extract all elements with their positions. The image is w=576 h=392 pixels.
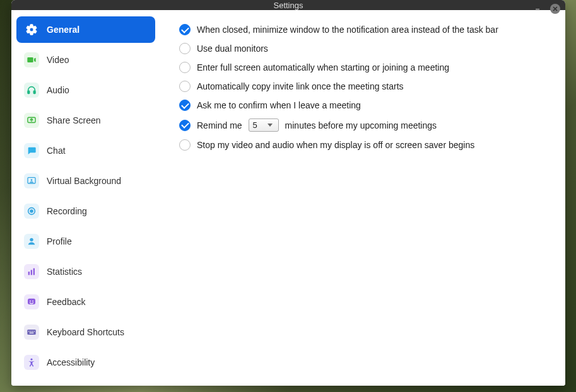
option-label: When closed, minimize window to the noti… bbox=[197, 25, 498, 35]
sidebar-item-share-screen[interactable]: Share Screen bbox=[16, 107, 155, 134]
close-button[interactable] bbox=[550, 4, 560, 14]
option-label: Ask me to confirm when I leave a meeting bbox=[197, 100, 361, 110]
sidebar-item-label: Recording bbox=[47, 206, 87, 216]
svg-rect-1 bbox=[33, 91, 35, 93]
accessibility-icon bbox=[24, 355, 39, 370]
sidebar-item-virtual-background[interactable]: Virtual Background bbox=[16, 168, 155, 194]
svg-point-6 bbox=[30, 210, 33, 212]
svg-rect-15 bbox=[28, 331, 29, 331]
sidebar-item-label: Share Screen bbox=[47, 115, 101, 125]
settings-content: When closed, minimize window to the noti… bbox=[160, 10, 565, 386]
option-confirm-leave: Ask me to confirm when I leave a meeting bbox=[179, 100, 546, 111]
option-minimize-to-tray: When closed, minimize window to the noti… bbox=[179, 24, 546, 35]
option-label: Automatically copy invite link once the … bbox=[197, 81, 404, 91]
svg-point-4 bbox=[31, 179, 33, 181]
sidebar-item-keyboard-shortcuts[interactable]: Keyboard Shortcuts bbox=[16, 319, 155, 345]
svg-point-7 bbox=[30, 238, 33, 241]
settings-window: Settings – General bbox=[11, 0, 565, 386]
sidebar-item-audio[interactable]: Audio bbox=[16, 77, 155, 103]
record-icon bbox=[24, 204, 39, 219]
svg-rect-17 bbox=[32, 331, 33, 331]
option-label-after: minutes before my upcoming meetings bbox=[285, 120, 437, 130]
sidebar-item-label: Video bbox=[47, 55, 69, 65]
gear-icon bbox=[24, 22, 39, 37]
svg-rect-14 bbox=[27, 330, 35, 335]
sidebar-item-label: Accessibility bbox=[47, 357, 95, 367]
svg-rect-18 bbox=[33, 331, 34, 331]
sidebar-item-video[interactable]: Video bbox=[16, 47, 155, 73]
virtual-background-icon bbox=[24, 173, 39, 188]
headphones-icon bbox=[24, 83, 39, 98]
video-icon bbox=[24, 52, 39, 67]
checkbox-remind[interactable] bbox=[179, 120, 191, 131]
sidebar-item-label: Chat bbox=[47, 146, 66, 156]
svg-rect-9 bbox=[31, 270, 32, 275]
share-screen-icon bbox=[24, 113, 39, 128]
statistics-icon bbox=[24, 264, 39, 279]
sidebar-item-chat[interactable]: Chat bbox=[16, 137, 155, 164]
sidebar-item-label: Audio bbox=[47, 85, 69, 95]
sidebar-item-general[interactable]: General bbox=[16, 16, 155, 43]
svg-rect-16 bbox=[30, 331, 31, 331]
chevron-down-icon bbox=[267, 124, 273, 127]
titlebar[interactable]: Settings – bbox=[11, 0, 565, 10]
option-remind: Remind me 5 minutes before my upcoming m… bbox=[179, 118, 546, 132]
checkbox-confirm-leave[interactable] bbox=[179, 100, 191, 111]
option-dual-monitors: Use dual monitors bbox=[179, 43, 546, 54]
chat-icon bbox=[24, 143, 39, 158]
checkbox-minimize-to-tray[interactable] bbox=[179, 24, 191, 35]
svg-point-20 bbox=[31, 359, 33, 360]
minimize-button[interactable]: – bbox=[532, 4, 543, 14]
feedback-icon bbox=[24, 294, 39, 309]
sidebar-item-recording[interactable]: Recording bbox=[16, 198, 155, 224]
sidebar-item-label: Feedback bbox=[47, 297, 85, 307]
svg-rect-8 bbox=[28, 272, 30, 275]
dropdown-value: 5 bbox=[253, 120, 257, 130]
checkbox-stop-on-screensaver[interactable] bbox=[179, 139, 191, 151]
remind-minutes-dropdown[interactable]: 5 bbox=[249, 118, 279, 132]
profile-icon bbox=[24, 234, 39, 249]
svg-rect-0 bbox=[28, 91, 30, 93]
checkbox-dual-monitors[interactable] bbox=[179, 43, 191, 54]
window-title: Settings bbox=[274, 1, 303, 10]
sidebar-item-profile[interactable]: Profile bbox=[16, 228, 155, 255]
sidebar-item-statistics[interactable]: Statistics bbox=[16, 258, 155, 285]
option-copy-invite: Automatically copy invite link once the … bbox=[179, 81, 546, 92]
option-label: Stop my video and audio when my display … bbox=[197, 140, 474, 150]
sidebar-item-label: Profile bbox=[47, 236, 72, 246]
sidebar-item-accessibility[interactable]: Accessibility bbox=[16, 349, 155, 376]
sidebar-item-label: General bbox=[47, 25, 79, 35]
option-stop-on-screensaver: Stop my video and audio when my display … bbox=[179, 139, 546, 151]
option-label: Enter full screen automatically when sta… bbox=[197, 62, 449, 72]
option-label: Use dual monitors bbox=[197, 43, 268, 54]
checkbox-full-screen[interactable] bbox=[179, 62, 191, 73]
svg-rect-19 bbox=[30, 333, 34, 333]
keyboard-icon bbox=[24, 325, 39, 340]
sidebar: General Video Audio bbox=[11, 10, 160, 386]
svg-point-12 bbox=[30, 301, 31, 302]
sidebar-item-label: Virtual Background bbox=[47, 176, 121, 186]
option-full-screen: Enter full screen automatically when sta… bbox=[179, 62, 546, 73]
sidebar-item-feedback[interactable]: Feedback bbox=[16, 289, 155, 315]
option-label-before: Remind me bbox=[197, 120, 242, 130]
svg-point-13 bbox=[32, 301, 33, 302]
sidebar-item-label: Statistics bbox=[47, 267, 82, 277]
sidebar-item-label: Keyboard Shortcuts bbox=[47, 327, 124, 337]
svg-rect-10 bbox=[33, 268, 35, 275]
checkbox-copy-invite[interactable] bbox=[179, 81, 191, 92]
